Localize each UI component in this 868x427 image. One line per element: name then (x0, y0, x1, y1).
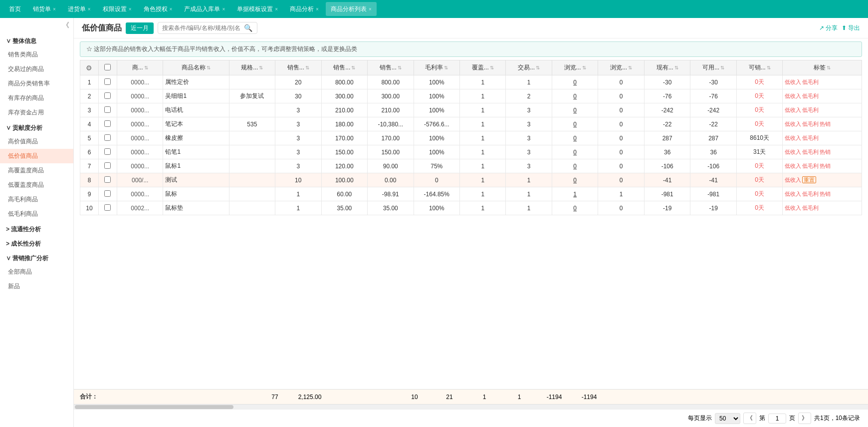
cell-check[interactable] (98, 117, 117, 131)
cell-views1[interactable]: 0 (552, 103, 598, 117)
sidebar-collapse-button[interactable]: 《 (62, 21, 69, 30)
cell-views1[interactable]: 1 (552, 187, 598, 201)
th-views1[interactable]: 浏览...⇅ (552, 60, 598, 75)
sidebar-item-low-margin[interactable]: 低毛利商品 (0, 207, 73, 221)
close-icon[interactable]: × (53, 6, 56, 12)
close-icon[interactable]: × (129, 6, 132, 12)
views-link[interactable]: 0 (573, 177, 577, 184)
prev-page-button[interactable]: 《 (743, 413, 756, 424)
nav-sales-order[interactable]: 销货单 × (28, 2, 61, 16)
search-box[interactable]: 🔍 (158, 22, 257, 34)
row-checkbox[interactable] (104, 176, 111, 183)
nav-template-settings[interactable]: 单据模板设置 × (232, 2, 283, 16)
cell-check[interactable] (98, 103, 117, 117)
row-checkbox[interactable] (104, 106, 111, 113)
cell-views1[interactable]: 0 (552, 159, 598, 173)
th-sales-price[interactable]: 销售...⇅ (321, 60, 367, 75)
views-link[interactable]: 0 (573, 163, 577, 170)
sidebar-group-circulation[interactable]: > 流通性分析 (0, 221, 73, 236)
sidebar-item-new-products[interactable]: 新品 (0, 279, 73, 294)
close-icon[interactable]: × (170, 6, 173, 12)
cell-views1[interactable]: 0 (552, 89, 598, 103)
th-gross-margin[interactable]: 毛利率⇅ (414, 60, 459, 75)
cell-check[interactable] (98, 173, 117, 187)
nav-product-analysis-list[interactable]: 商品分析列表 × (326, 2, 377, 16)
th-available-stock[interactable]: 可用...⇅ (690, 60, 736, 75)
sidebar-item-traded-products[interactable]: 交易过的商品 (0, 62, 73, 76)
cell-views1[interactable]: 0 (552, 131, 598, 145)
th-checkbox[interactable] (98, 60, 117, 75)
page-number-input[interactable] (768, 414, 786, 424)
nav-permissions[interactable]: 权限设置 × (98, 2, 137, 16)
th-sales-amount[interactable]: 销售...⇅ (368, 60, 414, 75)
scroll-bar[interactable] (74, 404, 868, 409)
sidebar-item-stocked-products[interactable]: 有库存的商品 (0, 91, 73, 105)
nav-purchase-order[interactable]: 进货单 × (63, 2, 96, 16)
cell-check[interactable] (98, 187, 117, 201)
cell-views1[interactable]: 0 (552, 201, 598, 215)
period-button[interactable]: 近一月 (126, 22, 154, 34)
cell-views1[interactable]: 0 (552, 117, 598, 131)
sidebar-item-high-margin[interactable]: 高毛利商品 (0, 192, 73, 207)
gear-icon[interactable]: ⚙ (86, 64, 92, 72)
table-container[interactable]: ⚙ 商...⇅ 商品名称⇅ 规格...⇅ (74, 60, 868, 389)
sidebar-item-high-value[interactable]: 高价值商品 (0, 134, 73, 149)
views-link[interactable]: 1 (573, 191, 577, 198)
cell-views1[interactable]: 0 (552, 173, 598, 187)
th-gear[interactable]: ⚙ (80, 60, 99, 75)
sidebar-item-low-coverage[interactable]: 低覆盖度商品 (0, 178, 73, 192)
th-transaction[interactable]: 交易...⇅ (506, 60, 552, 75)
cell-check[interactable] (98, 131, 117, 145)
search-icon[interactable]: 🔍 (244, 24, 252, 32)
th-tags[interactable]: 标签⇅ (783, 60, 862, 75)
select-all-checkbox[interactable] (104, 64, 111, 70)
views-link[interactable]: 0 (573, 93, 577, 100)
sidebar-item-inventory-capital[interactable]: 库存资金占用 (0, 105, 73, 120)
nav-roles[interactable]: 角色授权 × (139, 2, 178, 16)
next-page-button[interactable]: 》 (798, 413, 811, 424)
sidebar-item-low-value[interactable]: 低价值商品 (0, 149, 73, 163)
sidebar-item-sales-products[interactable]: 销售类商品 (0, 47, 73, 62)
row-checkbox[interactable] (104, 78, 111, 85)
sidebar-item-category-rate[interactable]: 商品分类销售率 (0, 76, 73, 91)
th-sellable[interactable]: 可销...⇅ (736, 60, 782, 75)
views-link[interactable]: 0 (573, 79, 577, 86)
sidebar-item-high-coverage[interactable]: 高覆盖度商品 (0, 163, 73, 178)
cell-check[interactable] (98, 89, 117, 103)
nav-home[interactable]: 首页 (4, 2, 26, 16)
views-link[interactable]: 0 (573, 121, 577, 128)
cell-check[interactable] (98, 159, 117, 173)
views-link[interactable]: 0 (573, 107, 577, 114)
row-checkbox[interactable] (104, 204, 111, 211)
page-size-select[interactable]: 50 100 (715, 413, 740, 424)
sidebar-group-growth[interactable]: > 成长性分析 (0, 236, 73, 250)
row-checkbox[interactable] (104, 120, 111, 127)
sidebar-group-marketing[interactable]: ∨ 营销推广分析 (0, 250, 73, 265)
cell-views1[interactable]: 0 (552, 75, 598, 89)
views-link[interactable]: 0 (573, 205, 577, 212)
close-icon[interactable]: × (222, 6, 225, 12)
nav-finished-goods[interactable]: 产成品入库单 × (179, 2, 230, 16)
cell-check[interactable] (98, 145, 117, 159)
th-spec[interactable]: 规格...⇅ (229, 60, 275, 75)
th-sales-qty[interactable]: 销售...⇅ (275, 60, 321, 75)
sidebar-group-contribution[interactable]: ∨ 贡献度分析 (0, 120, 73, 134)
cell-check[interactable] (98, 201, 117, 215)
th-current-stock[interactable]: 现有...⇅ (644, 60, 690, 75)
th-views2[interactable]: 浏览...⇅ (598, 60, 644, 75)
search-input[interactable] (162, 24, 242, 31)
row-checkbox[interactable] (104, 162, 111, 169)
close-icon[interactable]: × (316, 6, 319, 12)
row-checkbox[interactable] (104, 92, 111, 99)
close-icon[interactable]: × (369, 6, 372, 12)
close-icon[interactable]: × (275, 6, 278, 12)
th-coverage[interactable]: 覆盖...⇅ (459, 60, 505, 75)
scroll-thumb[interactable] (75, 405, 233, 409)
th-name[interactable]: 商品名称⇅ (163, 60, 229, 75)
export-button[interactable]: ⬆ 导出 (842, 24, 860, 32)
row-checkbox[interactable] (104, 148, 111, 155)
views-link[interactable]: 0 (573, 135, 577, 142)
close-icon[interactable]: × (88, 6, 91, 12)
share-button[interactable]: ↗ 分享 (819, 24, 838, 32)
nav-product-analysis[interactable]: 商品分析 × (285, 2, 324, 16)
